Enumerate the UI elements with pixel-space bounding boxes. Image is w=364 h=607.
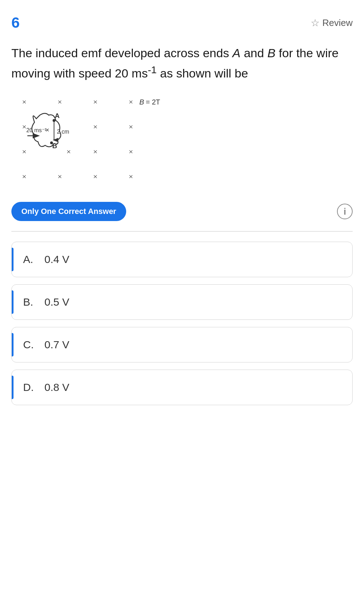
svg-text:×: × [58,172,62,181]
svg-text:×: × [129,147,133,156]
svg-text:×: × [93,97,97,106]
svg-text:×: × [129,172,133,181]
option-a-value: 0.4 V [44,253,69,265]
question-text: The induced emf developed across ends A … [11,44,353,82]
only-one-correct-badge: Only One Correct Answer [11,202,126,221]
option-b-label: B. [23,296,36,308]
svg-text:×: × [129,97,133,106]
option-c-label: C. [23,339,36,351]
badge-row: Only One Correct Answer i [11,202,353,221]
question-text-part1: The induced emf developed across ends A … [11,46,338,80]
option-d[interactable]: D. 0.8 V [11,370,353,405]
svg-text:×: × [22,147,26,156]
svg-text:20 ms⁻¹: 20 ms⁻¹ [26,127,47,133]
diagram-area: × × × × B = 2T × A × [11,94,353,188]
svg-text:×: × [93,122,97,131]
section-divider [11,231,353,232]
review-button[interactable]: ☆ Review [311,17,353,29]
review-label: Review [322,17,353,28]
option-c-value: 0.7 V [44,339,69,351]
option-c[interactable]: C. 0.7 V [11,327,353,362]
svg-text:×: × [58,97,62,106]
option-b-value: 0.5 V [44,296,69,308]
svg-text:= 2T: = 2T [146,98,160,106]
svg-text:×: × [22,172,26,181]
option-d-label: D. [23,381,36,393]
option-b[interactable]: B. 0.5 V [11,284,353,320]
svg-text:×: × [129,122,133,131]
svg-text:×: × [22,122,26,131]
svg-text:×: × [66,147,71,156]
info-icon-button[interactable]: i [337,204,353,219]
svg-text:B: B [52,142,57,150]
svg-text:×: × [93,147,97,156]
svg-text:B: B [139,98,144,106]
option-a-label: A. [23,253,36,265]
info-icon: i [343,206,346,217]
option-a[interactable]: A. 0.4 V [11,242,353,277]
diagram-svg: × × × × B = 2T × A × [11,94,182,186]
option-d-value: 0.8 V [44,381,69,393]
svg-text:A: A [55,112,60,119]
options-list: A. 0.4 V B. 0.5 V C. 0.7 V D. 0.8 V [11,242,353,405]
star-icon: ☆ [311,17,320,29]
svg-point-7 [53,119,55,122]
question-number: 6 [11,14,20,31]
svg-text:×: × [93,172,97,181]
svg-text:×: × [22,97,26,106]
page-container: 6 ☆ Review The induced emf developed acr… [0,0,364,607]
svg-text:2 cm: 2 cm [57,129,69,135]
header-row: 6 ☆ Review [11,14,353,31]
